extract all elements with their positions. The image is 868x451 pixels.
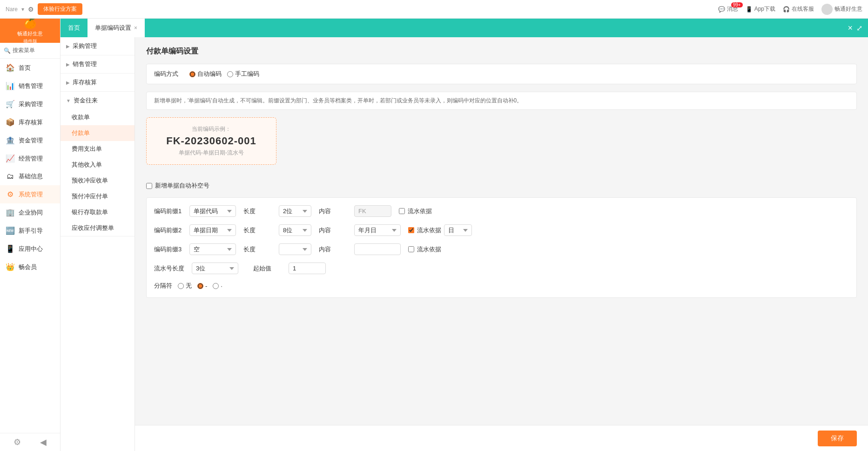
prefix2-content-label: 内容 — [319, 226, 347, 235]
serial-length-label: 流水号长度 — [154, 264, 184, 273]
auto-code-radio[interactable]: 自动编码 — [189, 70, 222, 78]
coding-mode-label: 编码方式 — [154, 70, 182, 78]
prefix2-select[interactable]: 单据日期 空 — [189, 224, 236, 236]
collapse-icon[interactable]: ◀ — [40, 437, 47, 447]
sidebar-item-enterprise[interactable]: 🏢 企业协同 — [0, 203, 60, 222]
tab-document-code[interactable]: 单据编码设置 × — [87, 19, 145, 37]
auto-fill-label: 新增单据自动补空号 — [155, 182, 209, 190]
start-value-input[interactable] — [289, 263, 326, 274]
sec-nav-item-bank[interactable]: 银行存取款单 — [61, 204, 135, 220]
sec-nav-item-qita[interactable]: 其他收入单 — [61, 157, 135, 173]
sidebar-item-home[interactable]: 🏠 首页 — [0, 59, 60, 77]
prefix2-cascade-label: 流水依据 — [417, 226, 441, 235]
prefix3-content-label: 内容 — [319, 245, 347, 254]
sec-nav-sales-title[interactable]: ▶ 销售管理 — [61, 55, 135, 73]
online-service-button[interactable]: 🎧 在线客服 — [783, 5, 814, 13]
prefix1-label: 编码前缀1 — [154, 207, 182, 215]
prefix3-select[interactable]: 空 单据代码 单据日期 — [189, 243, 236, 255]
message-button[interactable]: 💬 消息 99+ — [718, 5, 738, 13]
search-label: 搜索菜单 — [13, 47, 35, 54]
gear-icon[interactable]: ⚙ — [28, 6, 34, 13]
sidebar-logo[interactable]: 🍊 畅通好生意 插件版 — [0, 19, 60, 43]
prefix1-select[interactable]: 单据代码 空 — [189, 205, 236, 217]
download-icon: 📱 — [746, 6, 753, 13]
prefix1-content-input — [354, 205, 391, 217]
logo-title: 畅通好生意 — [17, 30, 43, 37]
trial-button[interactable]: 体验行业方案 — [38, 3, 82, 15]
auto-code-radio-input[interactable] — [189, 71, 195, 77]
top-bar-right: 💬 消息 99+ 📱 App下载 🎧 在线客服 畅通好生意 — [718, 4, 862, 15]
prefix1-cascade-checkbox[interactable] — [399, 208, 405, 214]
top-bar-left: Nare ▾ ⚙ 体验行业方案 — [6, 3, 82, 15]
prefix2-label: 编码前缀2 — [154, 226, 182, 235]
close-window-icon[interactable]: × — [848, 23, 853, 33]
sec-nav-item-fukuan[interactable]: 付款单 — [61, 125, 135, 141]
sec-nav-item-feiyong[interactable]: 费用支出单 — [61, 141, 135, 157]
sep-dash-radio[interactable]: - — [197, 283, 207, 289]
sidebar-item-vip[interactable]: 👑 畅会员 — [0, 258, 60, 276]
page-body: 付款单编码设置 编码方式 自动编码 手工编码 — [135, 37, 868, 425]
sep-dot-input[interactable] — [213, 283, 219, 289]
sec-nav-item-adjust[interactable]: 应收应付调整单 — [61, 220, 135, 236]
avatar — [821, 4, 833, 15]
sec-nav-inventory-title[interactable]: ▶ 库存核算 — [61, 74, 135, 91]
sep-none-input[interactable] — [178, 283, 184, 289]
sidebar-search[interactable]: 🔍 搜索菜单 — [0, 43, 60, 59]
sep-none-radio[interactable]: 无 — [178, 282, 192, 290]
auto-fill-checkbox[interactable] — [146, 183, 152, 189]
sec-nav-purchase-title[interactable]: ▶ 采购管理 — [61, 37, 135, 55]
tab-home[interactable]: 首页 — [61, 19, 87, 37]
prefix2-cascade-unit-select[interactable]: 日 月 年 — [444, 224, 472, 236]
prefix1-length-select[interactable]: 2位 3位 4位 — [279, 205, 311, 217]
secondary-sidebar: ▶ 采购管理 ▶ 销售管理 ▶ 库存核算 — [61, 37, 135, 451]
coding-mode-bar: 编码方式 自动编码 手工编码 — [146, 64, 857, 84]
sidebar-item-appstore[interactable]: 📱 应用中心 — [0, 240, 60, 258]
separator-label: 分隔符 — [154, 282, 172, 290]
prefix3-cascade-checkbox[interactable] — [408, 246, 414, 252]
sidebar-item-label: 首页 — [19, 64, 31, 72]
inventory-icon: 📦 — [6, 118, 15, 127]
content-area: 首页 单据编码设置 × × ⤢ ▶ 采购管理 — [61, 19, 868, 451]
sec-nav-label: 采购管理 — [73, 42, 97, 50]
prefix1-cascade-label: 流水依据 — [408, 207, 432, 215]
sidebar-item-guide[interactable]: 🆕 新手引导 — [0, 222, 60, 240]
user-info[interactable]: 畅通好生意 — [821, 4, 862, 15]
sidebar-item-sales[interactable]: 📊 销售管理 — [0, 77, 60, 95]
fullscreen-icon[interactable]: ⤢ — [856, 24, 862, 33]
sec-nav-finance-title[interactable]: ▼ 资金往来 — [61, 92, 135, 109]
prefix2-cascade-checkbox[interactable] — [408, 227, 414, 233]
prefix3-length-select[interactable] — [279, 243, 311, 255]
save-button[interactable]: 保存 — [818, 431, 857, 446]
sec-nav-label: 销售管理 — [73, 60, 97, 68]
serial-length-select[interactable]: 3位 4位 5位 — [192, 263, 238, 274]
code-preview-label: 当前编码示例： — [192, 125, 231, 133]
tab-bar: 首页 单据编码设置 × × ⤢ — [61, 19, 868, 37]
sidebar-item-inventory[interactable]: 📦 库存核算 — [0, 113, 60, 131]
prefix3-content-input[interactable] — [354, 243, 401, 255]
sidebar-item-operations[interactable]: 📈 经营管理 — [0, 149, 60, 168]
sidebar-item-label: 采购管理 — [19, 100, 43, 108]
sidebar-item-purchase[interactable]: 🛒 采购管理 — [0, 95, 60, 113]
sidebar-item-label: 应用中心 — [19, 245, 43, 253]
sidebar-item-label: 销售管理 — [19, 82, 43, 90]
tab-home-label: 首页 — [68, 24, 80, 32]
sidebar-item-system[interactable]: ⚙ 系统管理 — [0, 185, 60, 203]
prefix2-content-select[interactable]: 年月日 年月 年 — [354, 224, 401, 236]
sec-nav-item-shoukuan[interactable]: 收款单 — [61, 109, 135, 125]
tab-close-icon[interactable]: × — [134, 25, 137, 31]
manual-code-radio[interactable]: 手工编码 — [227, 70, 259, 78]
sep-none-label: 无 — [186, 282, 192, 290]
auto-fill-row: 新增单据自动补空号 — [146, 182, 857, 190]
settings-footer-icon[interactable]: ⚙ — [13, 437, 21, 447]
app-download-button[interactable]: 📱 App下载 — [746, 5, 775, 13]
sec-nav-item-yingfu[interactable]: 预付冲应付单 — [61, 188, 135, 204]
sep-dash-input[interactable] — [197, 283, 203, 289]
manual-code-label: 手工编码 — [235, 70, 259, 78]
sidebar-item-finance[interactable]: 🏦 资金管理 — [0, 131, 60, 149]
manual-code-radio-input[interactable] — [227, 71, 233, 77]
prefix2-length-select[interactable]: 8位 6位 — [279, 224, 311, 236]
sidebar: 🍊 畅通好生意 插件版 🔍 搜索菜单 🏠 首页 📊 销售管理 🛒 采购管理 📦 — [0, 19, 61, 451]
sep-dot-radio[interactable]: · — [213, 283, 222, 289]
sidebar-item-basics[interactable]: 🗂 基础信息 — [0, 168, 60, 185]
sec-nav-item-yingshou[interactable]: 预收冲应收单 — [61, 173, 135, 188]
